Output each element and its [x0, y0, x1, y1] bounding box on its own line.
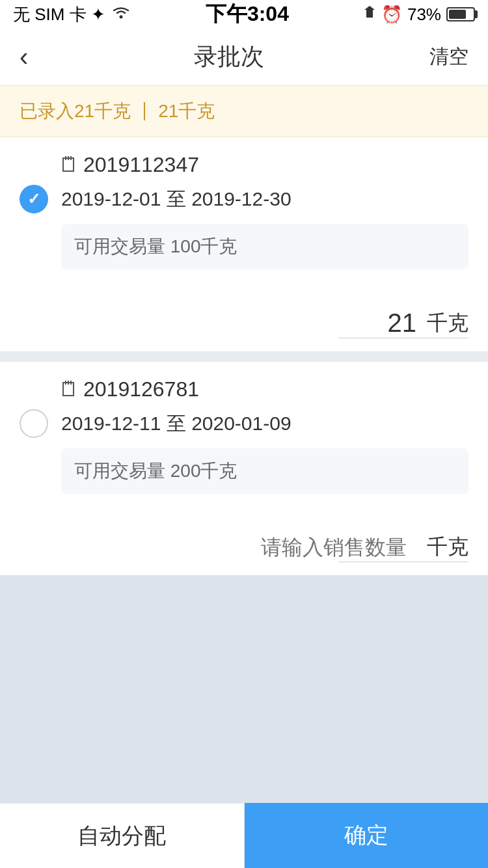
svg-point-0 — [119, 15, 122, 18]
status-right: ⏰ 73% — [363, 5, 475, 25]
recorded-label: 已录入21千克 — [20, 99, 131, 124]
qty-value-1: 21 — [388, 308, 417, 338]
batch-id-row-2: 🗒 2019126781 — [59, 377, 468, 401]
status-left: 无 SIM 卡 ✦ — [13, 3, 131, 26]
available-qty-2: 可用交易量 200千克 — [61, 448, 468, 494]
status-time: 下午3:04 — [206, 0, 289, 29]
battery-fill — [449, 10, 466, 19]
input-unit-2: 千克 — [427, 533, 468, 562]
wifi-icon — [111, 5, 131, 25]
batch-id-icon-2: 🗒 — [59, 377, 79, 401]
qty-input-2[interactable] — [221, 536, 416, 560]
batch-item-2: 🗒 2019126781 2019-12-11 至 2020-01-09 可用交… — [0, 362, 488, 520]
back-button[interactable]: ‹ — [20, 42, 28, 72]
qty-row-1: 21 千克 — [0, 295, 488, 338]
status-bar: 无 SIM 卡 ✦ 下午3:04 ⏰ 73% — [0, 0, 488, 29]
battery-percent: 73% — [407, 5, 441, 25]
card-separator — [0, 351, 488, 362]
page: 无 SIM 卡 ✦ 下午3:04 ⏰ 73% — [0, 0, 488, 868]
nav-bar: ‹ 录批次 清空 — [0, 29, 488, 86]
batch1-qty-section: 21 千克 — [0, 295, 488, 351]
page-title: 录批次 — [194, 41, 264, 73]
auto-distribute-button[interactable]: 自动分配 — [0, 803, 245, 868]
radio-2[interactable] — [20, 409, 48, 438]
batch-id-row-1: 🗒 2019112347 — [59, 153, 468, 177]
input-row-2: 千克 — [0, 520, 488, 562]
batch-item-1: 🗒 2019112347 2019-12-01 至 2019-12-30 可用交… — [0, 137, 488, 295]
input-divider-2 — [338, 562, 468, 562]
batch-date-row-1: 2019-12-01 至 2019-12-30 — [20, 185, 468, 213]
recorded-value: 21千克 — [158, 99, 215, 124]
batch-id-text-2: 2019126781 — [83, 377, 199, 401]
batch-id-text-1: 2019112347 — [83, 153, 199, 177]
batch-date-2: 2019-12-11 至 2020-01-09 — [61, 411, 291, 437]
batch2-input-section: 千克 — [0, 520, 488, 575]
batch-date-row-2: 2019-12-11 至 2020-01-09 — [20, 409, 468, 438]
no-sim-text: 无 SIM 卡 ✦ — [13, 3, 105, 26]
radio-1[interactable] — [20, 185, 48, 213]
bottom-buttons: 自动分配 确定 — [0, 803, 488, 868]
batch-date-1: 2019-12-01 至 2019-12-30 — [61, 186, 291, 213]
qty-unit-1: 千克 — [427, 309, 468, 338]
confirm-button[interactable]: 确定 — [245, 803, 489, 868]
info-banner: 已录入21千克 21千克 — [0, 86, 488, 137]
clear-button[interactable]: 清空 — [429, 44, 468, 70]
battery-icon — [446, 7, 475, 21]
location-icon — [363, 5, 376, 25]
info-divider — [144, 102, 145, 120]
qty-divider-1 — [338, 338, 468, 338]
available-qty-1: 可用交易量 100千克 — [61, 224, 468, 269]
alarm-icon: ⏰ — [381, 5, 402, 25]
batch-id-icon-1: 🗒 — [59, 153, 79, 177]
